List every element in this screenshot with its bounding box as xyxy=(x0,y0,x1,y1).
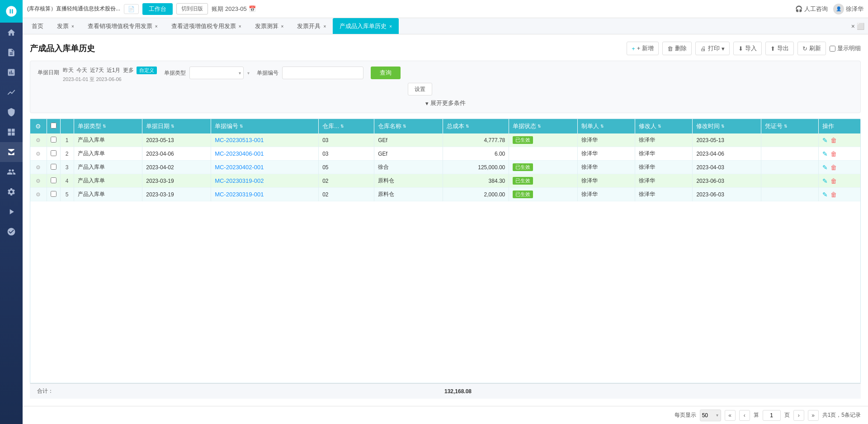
row-checkbox[interactable] xyxy=(51,137,57,143)
sidebar-item-settings2[interactable] xyxy=(0,182,23,202)
close-icon[interactable]: × xyxy=(155,24,158,29)
next-page-button[interactable]: › xyxy=(793,410,804,421)
row-checkbox[interactable] xyxy=(51,191,57,197)
delete-icon[interactable]: 🗑 xyxy=(830,137,837,144)
row-checkbox-cell[interactable] xyxy=(47,133,60,147)
date-col-header[interactable]: 单据日期⇅ xyxy=(142,119,211,133)
close-icon-active[interactable]: × xyxy=(389,24,392,29)
sidebar-item-inventory[interactable] xyxy=(0,142,23,162)
total-cost-col-header[interactable]: 总成本⇅ xyxy=(443,119,509,133)
expand-button[interactable]: ▾ 展开更多条件 xyxy=(425,99,466,107)
row-checkbox[interactable] xyxy=(51,164,57,170)
row-number[interactable]: MC-20230406-001 xyxy=(211,147,319,161)
new-button[interactable]: + + 新增 xyxy=(627,42,659,55)
workbench-button[interactable]: 工作台 xyxy=(142,3,173,15)
sidebar-item-people[interactable] xyxy=(0,162,23,182)
refresh-button[interactable]: ↻ 刷新 xyxy=(797,42,826,55)
delete-icon[interactable]: 🗑 xyxy=(830,177,837,185)
delete-button[interactable]: 🗑 删除 xyxy=(662,42,692,55)
row-number-link[interactable]: MC-20230513-001 xyxy=(215,137,264,143)
type-select[interactable] xyxy=(189,67,244,79)
row-number-link[interactable]: MC-20230319-001 xyxy=(215,191,264,198)
modifier-col-header[interactable]: 修改人⇅ xyxy=(635,119,693,133)
last7days-link[interactable]: 近7天 xyxy=(90,67,104,74)
close-icon[interactable]: × xyxy=(71,24,74,29)
row-number[interactable]: MC-20230402-001 xyxy=(211,161,319,174)
calendar-icon[interactable]: 📅 xyxy=(249,5,256,12)
row-number-link[interactable]: MC-20230406-001 xyxy=(215,150,264,157)
voucher-col-header[interactable]: 凭证号⇅ xyxy=(761,119,819,133)
close-icon[interactable]: × xyxy=(239,24,241,29)
print-button[interactable]: 🖨 打印 ▾ xyxy=(695,42,730,55)
more-link[interactable]: 更多 xyxy=(123,67,134,74)
row-checkbox[interactable] xyxy=(51,177,57,183)
row-settings[interactable]: ⚙ xyxy=(30,188,47,201)
row-number[interactable]: MC-20230513-001 xyxy=(211,133,319,147)
tab-product-history[interactable]: 产成品入库单历史 × xyxy=(333,18,399,34)
row-checkbox[interactable] xyxy=(51,150,57,156)
row-number-link[interactable]: MC-20230319-002 xyxy=(215,177,264,184)
row-number[interactable]: MC-20230319-001 xyxy=(211,188,319,201)
sidebar-item-grid[interactable] xyxy=(0,122,23,142)
delete-icon[interactable]: 🗑 xyxy=(830,191,837,198)
sidebar-item-home[interactable] xyxy=(0,23,23,43)
sidebar-item-analytics[interactable] xyxy=(0,62,23,82)
edit-icon[interactable]: ✎ xyxy=(822,164,828,171)
maximize-button[interactable]: ⬜ xyxy=(857,23,864,30)
close-icon[interactable]: × xyxy=(281,24,284,29)
number-filter-input[interactable] xyxy=(282,67,363,79)
sidebar-item-doc[interactable] xyxy=(0,43,23,62)
user-service[interactable]: 🎧 人工咨询 xyxy=(795,5,828,13)
page-number-input[interactable] xyxy=(763,410,781,421)
select-all-checkbox[interactable] xyxy=(51,123,57,129)
query-button[interactable]: 查询 xyxy=(371,67,401,79)
warehouse-code-col-header[interactable]: 仓库...⇅ xyxy=(319,119,374,133)
last-page-button[interactable]: » xyxy=(808,410,819,421)
sidebar-item-play[interactable] xyxy=(0,202,23,222)
status-col-header[interactable]: 单据状态⇅ xyxy=(509,119,578,133)
tab-purchase-vat[interactable]: 查看进项增值税专用发票 × xyxy=(165,18,248,34)
edit-icon[interactable]: ✎ xyxy=(822,137,828,144)
row-settings[interactable]: ⚙ xyxy=(30,133,47,147)
import-button[interactable]: ⬇ 导入 xyxy=(733,42,762,55)
close-all-tabs-button[interactable]: × xyxy=(851,23,855,30)
type-col-header[interactable]: 单据类型⇅ xyxy=(74,119,142,133)
row-settings[interactable]: ⚙ xyxy=(30,147,47,161)
close-icon[interactable]: × xyxy=(323,24,326,29)
user-info[interactable]: 👤 徐泽华 xyxy=(833,4,863,14)
tab-sales-vat[interactable]: 查看销项增值税专用发票 × xyxy=(81,18,165,34)
sidebar-item-shield[interactable] xyxy=(0,102,23,122)
edit-icon[interactable]: ✎ xyxy=(822,191,828,198)
row-settings[interactable]: ⚙ xyxy=(30,174,47,188)
settings-col-header[interactable]: ⚙ xyxy=(30,119,47,133)
delete-icon[interactable]: 🗑 xyxy=(830,150,837,157)
sidebar-item-chart[interactable] xyxy=(0,82,23,102)
sidebar-item-v[interactable] xyxy=(0,222,23,242)
delete-icon[interactable]: 🗑 xyxy=(830,164,837,171)
first-page-button[interactable]: « xyxy=(725,410,736,421)
tab-invoice[interactable]: 发票 × xyxy=(50,18,81,34)
tab-invoice-calc[interactable]: 发票测算 × xyxy=(248,18,291,34)
last1month-link[interactable]: 近1月 xyxy=(107,67,121,74)
switch-version-button[interactable]: 切到旧版 xyxy=(176,3,208,14)
checkbox-col-header[interactable] xyxy=(47,119,60,133)
custom-date-btn[interactable]: 自定义 xyxy=(137,67,157,74)
tab-invoice-open[interactable]: 发票开具 × xyxy=(290,18,333,34)
yesterday-link[interactable]: 昨天 xyxy=(63,67,74,74)
edit-icon[interactable]: ✎ xyxy=(822,177,828,185)
row-checkbox-cell[interactable] xyxy=(47,174,60,188)
row-checkbox-cell[interactable] xyxy=(47,188,60,201)
setting-button[interactable]: 设置 xyxy=(408,83,432,95)
edit-icon[interactable]: ✎ xyxy=(822,150,828,157)
row-number-link[interactable]: MC-20230402-001 xyxy=(215,164,264,171)
prev-page-button[interactable]: ‹ xyxy=(739,410,750,421)
app-logo[interactable] xyxy=(0,0,23,23)
number-col-header[interactable]: 单据编号⇅ xyxy=(211,119,319,133)
export-button[interactable]: ⬆ 导出 xyxy=(765,42,794,55)
creator-col-header[interactable]: 制单人⇅ xyxy=(578,119,635,133)
today-link[interactable]: 今天 xyxy=(76,67,87,74)
modify-time-col-header[interactable]: 修改时间⇅ xyxy=(693,119,761,133)
per-page-select[interactable]: 10 20 50 100 xyxy=(700,410,721,421)
doc-icon-btn[interactable]: 📄 xyxy=(124,4,139,14)
warehouse-name-col-header[interactable]: 仓库名称⇅ xyxy=(374,119,443,133)
